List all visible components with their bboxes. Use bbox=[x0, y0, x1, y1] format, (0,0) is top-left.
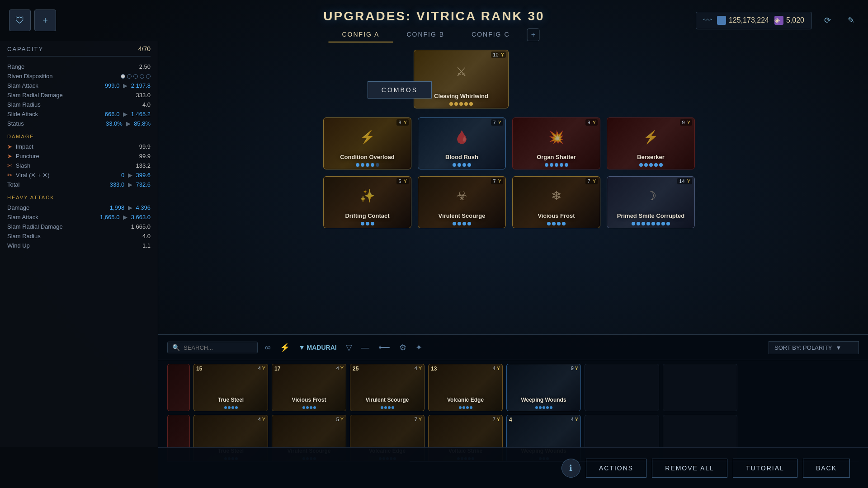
mod-slot-primed-smite-corrupted[interactable]: ☽ 14 Y Primed Smite Corrupted bbox=[607, 176, 695, 228]
infinity-filter[interactable]: ∞ bbox=[263, 341, 273, 354]
puncture-icon: ➤ bbox=[7, 153, 12, 160]
madurai-filter[interactable]: ▼ MADURAI bbox=[297, 342, 339, 353]
tab-config-c[interactable]: CONFIG C bbox=[458, 27, 523, 42]
virulent-scourge-name: Virulent Scourge bbox=[418, 212, 506, 219]
search-input[interactable] bbox=[184, 344, 247, 351]
heavy-attack-header: HEAVY ATTACK bbox=[7, 195, 151, 200]
stats-panel: CAPACITY 4/70 Range 2.50 Riven Dispositi… bbox=[0, 41, 158, 447]
sort-dropdown[interactable]: SORT BY: POLARITY ▼ bbox=[769, 341, 859, 354]
mod-slot-vicious-frost[interactable]: ❄ 7 Y Vicious Frost bbox=[512, 176, 600, 228]
cleaving-whirlwind-dots bbox=[414, 102, 509, 106]
mod-slot-condition-overload[interactable]: ⚡ 8 Y Condition Overload bbox=[323, 117, 411, 169]
inv-card-true-steel-1[interactable]: 15 4 Y True Steel bbox=[193, 364, 268, 411]
capacity-label: CAPACITY bbox=[7, 46, 43, 52]
mod-slots-area: ⚔ 10 Y Cleaving Whirlwind COMBOS bbox=[158, 41, 868, 258]
virulent-scourge-rank: 7 Y bbox=[491, 178, 503, 184]
credits-icon bbox=[717, 16, 726, 25]
mod-slot-organ-shatter[interactable]: 💥 9 Y Organ Shatter bbox=[512, 117, 600, 169]
slam-attack-stat: Slam Attack 999.0 ▶ 2,197.8 bbox=[7, 81, 151, 90]
empty-slot-1 bbox=[585, 364, 659, 411]
cleaving-whirlwind-rank: 10 Y bbox=[491, 52, 506, 58]
page-title: UPGRADES: VITRICA RANK 30 bbox=[323, 9, 544, 23]
remove-all-button[interactable]: REMOVE ALL bbox=[652, 459, 727, 478]
virulent-scourge-inv-name: Virulent Scourge bbox=[350, 397, 425, 403]
weeping-wounds-1-rank: 9 Y bbox=[571, 366, 578, 371]
upgrade-icon[interactable]: 🛡 bbox=[9, 9, 31, 31]
berserker-rank: 9 Y bbox=[680, 119, 692, 126]
volcanic-edge-count: 13 bbox=[431, 366, 437, 372]
organ-shatter-dots bbox=[512, 163, 600, 167]
main-mod-area: ⚔ 10 Y Cleaving Whirlwind COMBOS bbox=[158, 41, 868, 447]
riven-dots bbox=[121, 74, 151, 79]
viral-stat: ✂ Viral (✕ + ✕) 0 ▶ 399.6 bbox=[7, 170, 151, 180]
virulent-scourge-2-rank: 5 Y bbox=[336, 417, 344, 422]
heavy-slam-stat: Slam Attack 1,665.0 ▶ 3,663.0 bbox=[7, 212, 151, 222]
combos-button[interactable]: COMBOS bbox=[368, 81, 432, 99]
tutorial-button[interactable]: TUTORIAL bbox=[733, 459, 797, 478]
riven-dot-1 bbox=[121, 74, 125, 79]
filter-icon-4[interactable]: — bbox=[359, 341, 371, 354]
mod-inventory: 🔍 ∞ ⚡ ▼ MADURAI ▽ — ⟵ ⚙ ✦ SORT BY: POLAR… bbox=[158, 334, 868, 447]
heavy-damage-stat: Damage 1,998 ▶ 4,396 bbox=[7, 203, 151, 212]
virulent-scourge-inv-dots bbox=[350, 406, 425, 409]
wind-up-stat: Wind Up 1.1 bbox=[7, 241, 151, 250]
vicious-frost-inv-rank: 4 Y bbox=[336, 366, 344, 371]
platinum-icon: ◈ bbox=[774, 16, 783, 25]
virulent-scourge-inv-count: 25 bbox=[353, 366, 359, 372]
slash-stat: ✂ Slash 133.2 bbox=[7, 161, 151, 170]
bottom-bar: ℹ ACTIONS REMOVE ALL TUTORIAL BACK bbox=[158, 447, 868, 488]
true-steel-1-dots bbox=[193, 406, 268, 409]
mod-slot-berserker[interactable]: ⚡ 9 Y Berserker bbox=[607, 117, 695, 169]
capacity-value: 4/70 bbox=[138, 45, 151, 52]
filter-icon-2[interactable]: ⚡ bbox=[278, 341, 292, 354]
mod-slot-blood-rush[interactable]: 🩸 7 Y Blood Rush bbox=[418, 117, 506, 169]
organ-shatter-rank: 9 Y bbox=[585, 119, 598, 126]
slash-icon: ✂ bbox=[7, 162, 12, 169]
berserker-name: Berserker bbox=[607, 154, 695, 160]
actions-button[interactable]: ACTIONS bbox=[586, 459, 646, 478]
impact-icon: ➤ bbox=[7, 143, 12, 150]
true-steel-1-rank: 4 Y bbox=[258, 366, 265, 371]
mod-slot-virulent-scourge[interactable]: ☣ 7 Y Virulent Scourge bbox=[418, 176, 506, 228]
tab-config-b[interactable]: CONFIG B bbox=[393, 27, 458, 42]
vicious-frost-dots bbox=[512, 222, 600, 225]
inv-card-partial-left[interactable] bbox=[167, 364, 190, 411]
add-config-icon[interactable]: + bbox=[34, 9, 56, 31]
filter-icon-7[interactable]: ✦ bbox=[414, 341, 424, 354]
riven-stat: Riven Disposition bbox=[7, 71, 151, 81]
true-steel-1-name: True Steel bbox=[193, 397, 268, 403]
filter-icon-5[interactable]: ⟵ bbox=[377, 341, 392, 354]
back-button[interactable]: BACK bbox=[803, 459, 850, 478]
sync-icon[interactable]: ⟳ bbox=[819, 12, 835, 28]
mod-slot-cleaving-whirlwind[interactable]: ⚔ 10 Y Cleaving Whirlwind bbox=[414, 50, 509, 108]
inv-card-weeping-wounds-1[interactable]: 9 Y Weeping Wounds bbox=[506, 364, 581, 411]
add-config-button[interactable]: + bbox=[527, 28, 540, 41]
slam-radial-stat: Slam Radial Damage 333.0 bbox=[7, 90, 151, 100]
riven-dot-2 bbox=[127, 74, 132, 79]
condition-overload-dots bbox=[323, 163, 411, 167]
tab-config-a[interactable]: CONFIG A bbox=[328, 27, 393, 42]
credits-display: 125,173,224 bbox=[717, 16, 769, 25]
filter-icon-6[interactable]: ⚙ bbox=[397, 341, 408, 354]
virulent-scourge-inv-rank: 4 Y bbox=[415, 366, 422, 371]
chevron-down-icon: ▼ bbox=[835, 344, 841, 351]
filter-icon-3[interactable]: ▽ bbox=[344, 341, 354, 354]
blood-rush-name: Blood Rush bbox=[418, 154, 506, 160]
volcanic-edge-rank: 4 Y bbox=[493, 366, 500, 371]
search-box[interactable]: 🔍 bbox=[167, 342, 258, 353]
vicious-frost-inv-count: 17 bbox=[274, 366, 280, 372]
primed-smite-name: Primed Smite Corrupted bbox=[607, 212, 695, 219]
vicious-frost-rank: 7 Y bbox=[585, 178, 598, 184]
inv-card-virulent-scourge-inv[interactable]: 25 4 Y Virulent Scourge bbox=[350, 364, 425, 411]
info-button[interactable]: ℹ bbox=[561, 459, 580, 478]
weeping-wounds-2-count: 4 bbox=[509, 417, 512, 423]
edit-icon[interactable]: ✎ bbox=[843, 12, 859, 28]
heavy-slam-radius-stat: Slam Radius 4.0 bbox=[7, 231, 151, 241]
weeping-wounds-2-rank: 4 Y bbox=[571, 417, 578, 422]
vicious-frost-inv-name: Vicious Frost bbox=[272, 397, 346, 403]
volcanic-edge-dots bbox=[428, 406, 503, 409]
inv-card-vicious-frost[interactable]: 17 4 Y Vicious Frost bbox=[272, 364, 346, 411]
inv-card-volcanic-edge[interactable]: 13 4 Y Volcanic Edge bbox=[428, 364, 503, 411]
viral-icon: ✂ bbox=[7, 172, 12, 178]
mod-slot-drifting-contact[interactable]: ✨ 5 Y Drifting Contact bbox=[323, 176, 411, 228]
